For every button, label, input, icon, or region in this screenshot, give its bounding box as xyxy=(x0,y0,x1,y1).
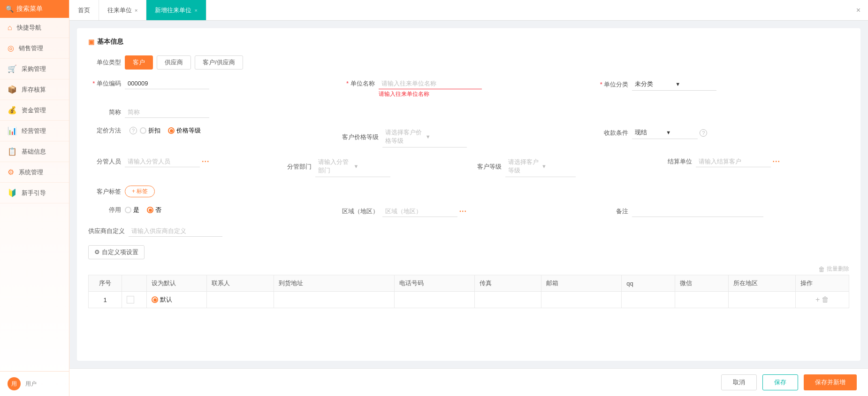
main-content: 首页 往来单位 × 新增往来单位 × × ▣ 基本信息 单位类型 xyxy=(69,0,868,396)
row-delete-button[interactable]: 🗑 xyxy=(822,295,829,304)
payment-terms-group: 收款条件 现结 ▼ ? xyxy=(595,126,840,139)
disabled-region-remark-row: 停用 是 否 区域（地区） ··· xyxy=(88,206,849,217)
payment-terms-chevron-icon: ▼ xyxy=(666,130,695,135)
settlement-more-btn[interactable]: ··· xyxy=(771,157,782,166)
customer-level-label: 客户等级 xyxy=(469,163,502,171)
row-region[interactable] xyxy=(729,292,796,308)
region-group: 区域（地区） ··· xyxy=(342,206,586,217)
disabled-no-circle xyxy=(147,207,153,213)
tab-counterpart[interactable]: 往来单位 × xyxy=(99,0,146,20)
unit-name-input[interactable] xyxy=(379,78,482,89)
payment-terms-select[interactable]: 现结 ▼ xyxy=(632,126,698,139)
row-phone[interactable] xyxy=(394,292,474,308)
short-name-label: 简称 xyxy=(88,108,121,116)
customer-level-chevron-icon: ▼ xyxy=(541,163,573,169)
row-contact[interactable] xyxy=(207,292,274,308)
sidebar-item-finance[interactable]: 💰 资金管理 xyxy=(0,100,69,121)
sidebar-item-guide[interactable]: 🔰 新手引导 xyxy=(0,183,69,203)
short-name-input[interactable] xyxy=(125,107,209,118)
sidebar-item-quick-nav[interactable]: ⌂ 快捷导航 xyxy=(0,18,69,38)
manager-input[interactable] xyxy=(125,156,200,167)
unit-type-label: 单位类型 xyxy=(88,58,121,67)
sidebar-item-sales[interactable]: ◎ 销售管理 xyxy=(0,38,69,59)
department-select[interactable]: 请输入分管部门 ▼ xyxy=(315,156,390,177)
tab-home[interactable]: 首页 xyxy=(69,0,99,20)
region-input[interactable] xyxy=(382,206,457,217)
save-and-new-button[interactable]: 保存并新增 xyxy=(804,374,857,390)
department-group: 分管部门 请输入分管部门 ▼ xyxy=(279,156,460,177)
pricing-radio-discount[interactable]: 折扣 xyxy=(140,126,160,135)
sidebar-item-purchase[interactable]: 🛒 采购管理 xyxy=(0,59,69,79)
row-fax-input[interactable] xyxy=(480,296,537,303)
unit-type-customer-btn[interactable]: 客户 xyxy=(125,55,153,70)
customer-level-select[interactable]: 请选择客户等级 ▼ xyxy=(505,156,576,177)
unit-category-select[interactable]: 未分类 ▼ xyxy=(632,78,716,91)
remark-label: 备注 xyxy=(595,207,628,216)
row-email[interactable] xyxy=(541,292,622,308)
sidebar-item-system[interactable]: ⚙ 系统管理 xyxy=(0,162,69,183)
pricing-help-icon[interactable]: ? xyxy=(129,127,137,134)
search-icon: 🔍 xyxy=(6,5,14,13)
settlement-unit-label: 结算单位 xyxy=(659,157,692,166)
tab-close-new-counterpart[interactable]: × xyxy=(194,8,197,13)
add-tag-button[interactable]: + 标签 xyxy=(125,186,155,197)
cancel-button[interactable]: 取消 xyxy=(721,374,757,390)
sales-icon: ◎ xyxy=(8,44,14,53)
disabled-group: 停用 是 否 xyxy=(88,206,333,214)
sidebar-item-basic-info[interactable]: 📋 基础信息 xyxy=(0,141,69,162)
sidebar-item-inventory[interactable]: 📦 库存核算 xyxy=(0,79,69,100)
row-region-input[interactable] xyxy=(733,296,791,303)
row-checkbox[interactable] xyxy=(127,296,134,303)
remark-group: 备注 xyxy=(595,206,840,217)
customer-price-level-label: 客户价格等级 xyxy=(342,133,379,141)
tags-row: 客户标签 + 标签 xyxy=(88,186,849,197)
customer-price-level-select[interactable]: 请选择客户价格等级 ▼ xyxy=(382,126,467,148)
row-add-button[interactable]: + xyxy=(815,295,820,304)
row-default-radio[interactable]: 默认 xyxy=(152,295,202,304)
batch-delete-label[interactable]: 批量删除 xyxy=(827,265,849,273)
home-icon: ⌂ xyxy=(8,23,12,32)
search-menu-button[interactable]: 🔍 搜索菜单 xyxy=(0,0,69,18)
disabled-yes-radio[interactable]: 是 xyxy=(125,206,139,214)
pricing-radio-price-level[interactable]: 价格等级 xyxy=(168,126,201,135)
payment-terms-help-icon[interactable]: ? xyxy=(700,129,707,137)
row-contact-input[interactable] xyxy=(212,296,269,303)
window-close-button[interactable]: × xyxy=(849,0,868,20)
row-wechat-input[interactable] xyxy=(680,296,723,303)
disabled-no-radio[interactable]: 否 xyxy=(147,206,161,214)
chevron-down-icon: ▼ xyxy=(675,81,714,87)
col-action: 操作 xyxy=(795,275,849,292)
row-qq[interactable] xyxy=(622,292,675,308)
supplier-custom-input[interactable] xyxy=(129,225,222,237)
row-wechat[interactable] xyxy=(675,292,729,308)
custom-settings-button[interactable]: ⚙ 自定义项设置 xyxy=(88,245,145,259)
finance-icon: 💰 xyxy=(8,106,17,115)
remark-input[interactable] xyxy=(632,206,763,217)
tab-close-counterpart[interactable]: × xyxy=(135,8,137,13)
row-email-input[interactable] xyxy=(546,296,617,303)
unit-code-label: 单位编码 xyxy=(88,79,121,88)
unit-category-group: 单位分类 未分类 ▼ xyxy=(595,78,840,91)
row-qq-input[interactable] xyxy=(626,296,670,303)
row-fax[interactable] xyxy=(474,292,541,308)
save-button[interactable]: 保存 xyxy=(762,374,798,390)
row-phone-input[interactable] xyxy=(399,296,470,303)
region-more-btn[interactable]: ··· xyxy=(457,207,469,216)
unit-type-supplier-btn[interactable]: 供应商 xyxy=(157,55,191,70)
basic-info-icon: 📋 xyxy=(8,147,17,156)
form-content: ▣ 基本信息 单位类型 客户 供应商 客户/供应商 单位编码 xyxy=(69,21,868,368)
manager-more-btn[interactable]: ··· xyxy=(200,157,211,166)
unit-code-group: 单位编码 xyxy=(88,78,333,89)
unit-type-both-btn[interactable]: 客户/供应商 xyxy=(195,55,243,70)
unit-code-input[interactable] xyxy=(125,78,209,89)
settlement-unit-input[interactable] xyxy=(696,156,771,167)
sidebar-item-operations[interactable]: 📊 经营管理 xyxy=(0,121,69,141)
row-address-input[interactable] xyxy=(279,296,389,303)
row-action-cell: + 🗑 xyxy=(795,292,849,308)
tab-new-counterpart[interactable]: 新增往来单位 × xyxy=(146,0,206,20)
tags-label: 客户标签 xyxy=(88,187,121,196)
payment-terms-label: 收款条件 xyxy=(595,129,628,137)
row-checkbox-cell xyxy=(122,292,147,308)
manager-label: 分管人员 xyxy=(88,157,121,166)
row-address[interactable] xyxy=(274,292,394,308)
